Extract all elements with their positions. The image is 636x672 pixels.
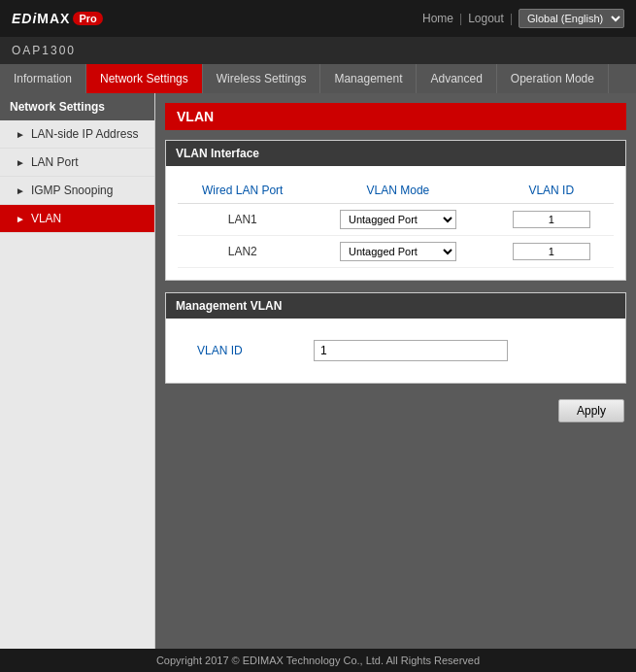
vlan-interface-header: VLAN Interface — [166, 141, 625, 166]
sep2: | — [510, 12, 513, 25]
arrow-icon: ► — [16, 185, 25, 196]
management-vlan-header: Management VLAN — [166, 293, 625, 319]
sidebar-item-igmp[interactable]: ► IGMP Snooping — [0, 177, 154, 205]
footer: Copyright 2017 © EDIMAX Technology Co., … — [0, 649, 636, 672]
mgmt-vlan-id-label: VLAN ID — [197, 344, 294, 357]
table-row: LAN2 Untagged Port Tagged Port Not Membe… — [178, 236, 614, 268]
logo-badge: Pro — [73, 12, 102, 25]
nav-operation-mode[interactable]: Operation Mode — [497, 64, 609, 93]
nav-management[interactable]: Management — [320, 64, 417, 93]
logo-text: EDiMAX — [12, 11, 70, 26]
arrow-icon: ► — [16, 157, 25, 168]
top-nav: Information Network Settings Wireless Se… — [0, 64, 636, 93]
col-wired-lan: Wired LAN Port — [178, 178, 307, 204]
lan2-id-input[interactable] — [513, 243, 590, 260]
apply-button[interactable]: Apply — [558, 399, 624, 422]
sidebar-item-label: IGMP Snooping — [31, 184, 114, 197]
lan1-id-cell — [488, 204, 614, 236]
management-vlan-body: VLAN ID — [166, 319, 625, 383]
sidebar-item-lan-ip[interactable]: ► LAN-side IP Address — [0, 120, 154, 149]
main-layout: Network Settings ► LAN-side IP Address ►… — [0, 93, 636, 649]
lan1-mode-cell: Untagged Port Tagged Port Not Member — [307, 204, 488, 236]
vlan-interface-body: Wired LAN Port VLAN Mode VLAN ID LAN1 Un… — [166, 166, 625, 280]
sidebar: Network Settings ► LAN-side IP Address ►… — [0, 93, 155, 649]
device-id: OAP1300 — [12, 44, 76, 57]
nav-advanced[interactable]: Advanced — [417, 64, 496, 93]
sidebar-item-vlan[interactable]: ► VLAN — [0, 205, 154, 233]
management-vlan-section: Management VLAN VLAN ID — [165, 292, 626, 384]
col-vlan-mode: VLAN Mode — [307, 178, 488, 204]
vlan-interface-section: VLAN Interface Wired LAN Port VLAN Mode … — [165, 140, 626, 281]
nav-network-settings[interactable]: Network Settings — [86, 64, 203, 93]
sep1: | — [459, 12, 462, 25]
apply-row: Apply — [165, 395, 626, 426]
lan2-mode-cell: Untagged Port Tagged Port Not Member — [307, 236, 488, 268]
lan1-port: LAN1 — [178, 204, 307, 236]
logout-link[interactable]: Logout — [468, 12, 504, 25]
table-row: LAN1 Untagged Port Tagged Port Not Membe… — [178, 204, 614, 236]
arrow-icon: ► — [16, 129, 25, 140]
sidebar-item-label: LAN-side IP Address — [31, 127, 139, 141]
vlan-table: Wired LAN Port VLAN Mode VLAN ID LAN1 Un… — [178, 178, 614, 268]
col-vlan-id: VLAN ID — [488, 178, 614, 204]
header-links: Home | Logout | Global (English) — [422, 9, 624, 28]
lan2-id-cell — [488, 236, 614, 268]
home-link[interactable]: Home — [422, 12, 453, 25]
sidebar-item-lan-port[interactable]: ► LAN Port — [0, 149, 154, 177]
sidebar-item-label: LAN Port — [31, 155, 79, 169]
logo: EDiMAX Pro — [12, 11, 103, 26]
page-title: VLAN — [165, 103, 626, 130]
language-select[interactable]: Global (English) — [519, 9, 624, 28]
header: EDiMAX Pro Home | Logout | Global (Engli… — [0, 0, 636, 37]
sidebar-item-label: VLAN — [31, 212, 61, 225]
lan1-id-input[interactable] — [513, 211, 590, 228]
lan2-mode-select[interactable]: Untagged Port Tagged Port Not Member — [340, 242, 456, 261]
lan2-port: LAN2 — [178, 236, 307, 268]
sidebar-header: Network Settings — [0, 93, 154, 120]
content-area: VLAN VLAN Interface Wired LAN Port VLAN … — [155, 93, 636, 649]
copyright-text: Copyright 2017 © EDIMAX Technology Co., … — [156, 655, 480, 666]
arrow-icon: ► — [16, 214, 25, 224]
mgmt-vlan-id-input[interactable] — [314, 340, 508, 361]
nav-wireless-settings[interactable]: Wireless Settings — [203, 64, 321, 93]
device-bar: OAP1300 — [0, 37, 636, 64]
nav-information[interactable]: Information — [0, 64, 86, 93]
mgmt-row: VLAN ID — [178, 330, 614, 371]
lan1-mode-select[interactable]: Untagged Port Tagged Port Not Member — [340, 210, 456, 229]
